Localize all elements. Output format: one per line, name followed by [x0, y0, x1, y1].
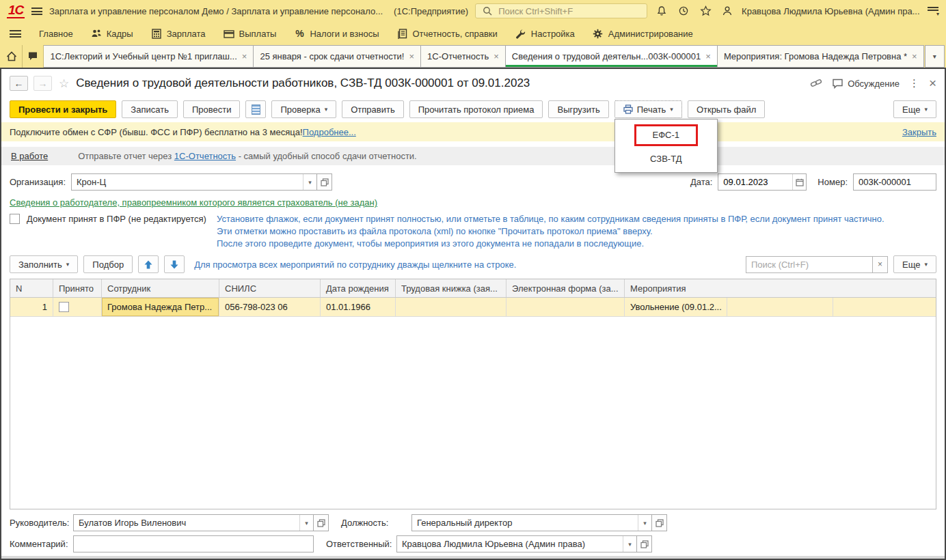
employer-successor-link[interactable]: Сведения о работодателе, правопреемником…: [10, 197, 377, 208]
column-header[interactable]: Трудовая книжка (зая...: [396, 279, 506, 297]
column-header[interactable]: Электронная форма (за...: [506, 279, 625, 297]
notice-more-link[interactable]: Подробнее...: [303, 127, 356, 137]
close-tab-icon[interactable]: ×: [912, 51, 917, 61]
export-button[interactable]: Выгрузить: [548, 100, 608, 118]
menu-item-reports[interactable]: Отчетность, справки: [397, 28, 498, 39]
print-button[interactable]: Печать▾ ЕФС-1 СЗВ-ТД: [614, 100, 682, 118]
tab-szv-td-document[interactable]: Сведения о трудовой деятельн...003К-0000…: [506, 45, 718, 68]
menu-item-payments[interactable]: Выплаты: [224, 28, 277, 39]
menu-item-administration[interactable]: Администрирование: [593, 28, 693, 39]
date-field[interactable]: [718, 173, 807, 191]
tab-lectures[interactable]: 1С:Лекторий и Учебный центр №1 приглаш..…: [44, 45, 254, 68]
forward-button[interactable]: →: [33, 76, 52, 91]
column-header[interactable]: СНИЛС: [219, 279, 321, 297]
pick-button[interactable]: Подбор: [83, 255, 133, 273]
horizontal-scrollbar[interactable]: [1, 556, 945, 559]
close-tab-icon[interactable]: ×: [409, 51, 414, 61]
table-search[interactable]: [746, 256, 873, 273]
column-header[interactable]: Сотрудник: [102, 279, 219, 297]
date-input[interactable]: [718, 177, 792, 187]
birthdate-cell[interactable]: 01.01.1966: [321, 298, 396, 316]
close-window-icon[interactable]: ×: [929, 76, 936, 91]
paper-book-cell[interactable]: [396, 298, 506, 316]
post-and-close-button[interactable]: Провести и закрыть: [10, 100, 116, 118]
tab-events-gromova[interactable]: Мероприятия: Громова Надежда Петровна *×: [718, 45, 924, 68]
history-icon[interactable]: [676, 3, 691, 18]
home-button[interactable]: [1, 45, 23, 68]
check-button[interactable]: Проверка▾: [271, 100, 336, 118]
close-tab-icon[interactable]: ×: [494, 51, 499, 61]
global-search[interactable]: [475, 3, 647, 18]
column-header[interactable]: Мероприятия: [625, 279, 936, 297]
get-link-icon[interactable]: [810, 78, 822, 89]
event-cell[interactable]: Увольнение (09.01.2...: [625, 298, 727, 316]
send-button[interactable]: Отправить: [342, 100, 403, 118]
status-1c-reporting-link[interactable]: 1С-Отчетность: [174, 151, 236, 161]
snils-cell[interactable]: 056-798-023 06: [219, 298, 321, 316]
back-button[interactable]: ←: [10, 76, 28, 91]
pfr-accepted-checkbox[interactable]: [10, 214, 20, 224]
manager-open-button[interactable]: [313, 514, 329, 531]
position-combo[interactable]: Генеральный директор▾: [411, 514, 652, 531]
menu-item-main[interactable]: Главное: [39, 29, 73, 39]
discussion-button[interactable]: Обсуждение: [832, 79, 900, 89]
event-cell-2[interactable]: [727, 298, 833, 316]
sections-menu-icon[interactable]: [10, 30, 21, 38]
chevron-down-icon[interactable]: ▾: [303, 174, 316, 190]
main-menu-icon[interactable]: [31, 8, 42, 15]
organization-open-button[interactable]: [316, 173, 332, 191]
chevron-down-icon[interactable]: ▾: [299, 515, 313, 531]
read-protocol-button[interactable]: Прочитать протокол приема: [409, 100, 543, 118]
menu-item-salary[interactable]: Зарплата: [151, 28, 206, 39]
post-button[interactable]: Провести: [183, 100, 241, 118]
discussions-button[interactable]: [23, 45, 44, 68]
clear-search-button[interactable]: ×: [872, 256, 888, 273]
menu-item-taxes[interactable]: % Налоги и взносы: [294, 28, 379, 39]
responsible-open-button[interactable]: [636, 535, 652, 552]
electronic-form-cell[interactable]: [506, 298, 625, 316]
favorites-star-icon[interactable]: [698, 3, 713, 18]
table-row[interactable]: 1 Громова Надежда Петр... 056-798-023 06…: [10, 298, 936, 317]
comment-input[interactable]: [73, 535, 314, 552]
print-menu-item-efs1[interactable]: ЕФС-1: [653, 130, 680, 140]
column-header[interactable]: Принято: [53, 279, 102, 297]
manager-combo[interactable]: Булатов Игорь Виленович▾: [73, 514, 314, 531]
column-header[interactable]: N: [10, 279, 53, 297]
tabs-overflow-button[interactable]: ▾: [925, 45, 945, 68]
table-search-input[interactable]: [746, 260, 872, 270]
tab-deadline-news[interactable]: 25 января - срок сдачи отчетности!×: [254, 45, 421, 68]
more-button[interactable]: Еще▾: [893, 100, 936, 118]
column-header[interactable]: Дата рождения: [321, 279, 396, 297]
tab-1c-reporting[interactable]: 1С-Отчетность×: [421, 45, 506, 68]
table-more-button[interactable]: Еще▾: [893, 255, 936, 273]
move-down-button[interactable]: [164, 255, 185, 273]
notice-close-link[interactable]: Закрыть: [902, 127, 936, 137]
open-file-button[interactable]: Открыть файл: [688, 100, 765, 118]
row-accepted-checkbox[interactable]: [59, 302, 69, 312]
save-button[interactable]: Записать: [122, 100, 178, 118]
event-cell-3[interactable]: [833, 298, 936, 316]
print-menu-item-szvtd[interactable]: СЗВ-ТД: [650, 148, 681, 170]
organization-combo[interactable]: Крон-Ц▾: [71, 173, 317, 191]
notifications-bell-icon[interactable]: [654, 3, 669, 18]
status-state-link[interactable]: В работе: [11, 151, 48, 161]
global-search-input[interactable]: [498, 6, 643, 16]
responsible-combo[interactable]: Кравцова Людмила Юрьевна (Админ права)▾: [396, 535, 637, 552]
favorite-star-icon[interactable]: ☆: [59, 76, 69, 91]
chevron-down-icon[interactable]: ▾: [638, 515, 651, 531]
menu-item-hr[interactable]: Кадры: [91, 28, 133, 39]
window-options-icon[interactable]: ▾: [927, 7, 939, 16]
menu-item-settings[interactable]: Настройка: [515, 28, 575, 39]
calendar-icon[interactable]: [792, 174, 806, 190]
position-open-button[interactable]: [651, 514, 667, 531]
move-up-button[interactable]: [138, 255, 159, 273]
fill-button[interactable]: Заполнить▾: [10, 255, 78, 273]
chevron-down-icon[interactable]: ▾: [623, 536, 636, 552]
register-records-button[interactable]: [245, 100, 266, 118]
current-user[interactable]: Кравцова Людмила Юрьевна (Админ пра...: [742, 6, 919, 16]
employee-cell[interactable]: Громова Надежда Петр...: [102, 298, 219, 316]
close-tab-icon[interactable]: ×: [242, 51, 247, 61]
close-tab-icon[interactable]: ×: [705, 51, 711, 61]
number-input[interactable]: [853, 173, 936, 191]
more-options-kebab-icon[interactable]: ⋮: [909, 77, 919, 89]
